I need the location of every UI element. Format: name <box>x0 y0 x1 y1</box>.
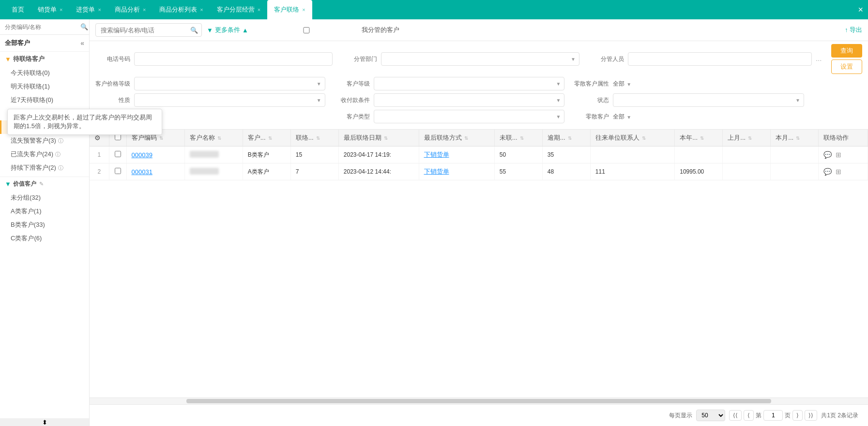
nav-close-purchase[interactable]: × <box>98 7 101 13</box>
sort-contact-icon[interactable]: ⇅ <box>316 135 320 141</box>
scrollbar-thumb[interactable] <box>186 399 771 403</box>
sort-name-icon[interactable]: ⇅ <box>217 135 221 141</box>
next-page-btn[interactable]: ⟩ <box>792 410 803 421</box>
settings-button[interactable]: 设置 <box>831 59 862 74</box>
sort-year-icon[interactable]: ⇅ <box>700 135 704 141</box>
my-customers-filter[interactable]: 我分管的客户 <box>253 26 399 34</box>
row-last-method-2[interactable]: 下销货单 <box>419 163 494 180</box>
last-method-link-2[interactable]: 下销货单 <box>424 168 449 175</box>
horizontal-scrollbar[interactable] <box>90 397 868 404</box>
th-this-year[interactable]: 本年... ⇅ <box>675 130 723 147</box>
th-name[interactable]: 客户名称 ⇅ <box>184 130 243 147</box>
search-icon[interactable]: 🔍 <box>190 27 198 34</box>
sort-overdue-icon[interactable]: ⇅ <box>568 135 572 141</box>
nav-close-customer-contact[interactable]: × <box>302 7 305 13</box>
sort-last-method-icon[interactable]: ⇅ <box>464 135 468 141</box>
prev-page-btn[interactable]: ⟨ <box>744 410 754 421</box>
th-this-month[interactable]: 本月... ⇅ <box>771 130 819 147</box>
row-code-2[interactable]: 000031 <box>126 163 184 180</box>
sidebar-search-icon[interactable]: 🔍 <box>80 23 88 30</box>
th-customer-type[interactable]: 客户... ⇅ <box>243 130 290 147</box>
customer-search-input[interactable] <box>95 23 202 37</box>
phone-input[interactable] <box>134 52 333 66</box>
sort-this-month-icon[interactable]: ⇅ <box>796 135 800 141</box>
per-page-select[interactable]: 50 100 200 <box>696 410 725 421</box>
person-input[interactable] <box>628 52 812 66</box>
row-checkbox-2[interactable] <box>109 163 126 180</box>
nav-close-customer-tiered[interactable]: × <box>258 7 260 13</box>
my-customers-checkbox[interactable] <box>253 27 360 33</box>
row-select-checkbox-1[interactable] <box>115 151 121 157</box>
row-last-method-1[interactable]: 下销货单 <box>419 147 494 163</box>
person-more-icon[interactable]: … <box>816 55 822 62</box>
current-page-input[interactable] <box>763 410 783 421</box>
sidebar-item-class-b[interactable]: B类客户(33) <box>0 218 89 232</box>
th-last-contact-date[interactable]: 最后联络日期 ⇅ <box>338 130 419 147</box>
nav-customer-contact[interactable]: 客户联络 × <box>267 0 312 19</box>
sidebar-item-churn-warning[interactable]: 流失预警客户(3) ⓘ <box>0 134 89 147</box>
sidebar-search-bar[interactable]: 🔍 <box>0 19 89 35</box>
edit-icon[interactable]: ✎ <box>39 181 44 187</box>
row-code-1[interactable]: 000039 <box>126 147 184 163</box>
contact-icon-1[interactable]: 💬 <box>823 151 832 159</box>
nav-purchase[interactable]: 进货单 × <box>69 0 107 19</box>
last-method-link-1[interactable]: 下销货单 <box>424 151 449 158</box>
th-last-contact-method[interactable]: 最后联络方式 ⇅ <box>419 130 494 147</box>
sort-uncontacted-icon[interactable]: ⇅ <box>520 135 524 141</box>
th-overdue[interactable]: 逾期... ⇅ <box>542 130 590 147</box>
query-button[interactable]: 查询 <box>831 44 862 58</box>
row-last-month-2 <box>723 163 771 180</box>
sidebar-value-customers-header[interactable]: ▼ 价值客户 ✎ <box>0 176 89 191</box>
nav-product-analysis[interactable]: 商品分析 × <box>108 0 152 19</box>
nav-close-product-analysis-list[interactable]: × <box>200 7 203 13</box>
dept-input[interactable] <box>381 52 579 66</box>
sidebar-item-class-c[interactable]: C类客户(6) <box>0 232 89 245</box>
info-icon-churn: ⓘ <box>58 137 63 145</box>
nav-sales[interactable]: 销货单 × <box>31 0 69 19</box>
gear-icon[interactable]: ⚙ <box>94 134 101 142</box>
sidebar-item-ungrouped[interactable]: 未分组(32) <box>0 191 89 205</box>
customer-type-input[interactable] <box>374 110 565 123</box>
sort-last-date-icon[interactable]: ⇅ <box>384 135 388 141</box>
sidebar-resize-handle[interactable]: ⬍ <box>0 418 89 426</box>
export-btn[interactable]: ↑ 导出 <box>845 26 862 34</box>
last-page-btn[interactable]: ⟩⟩ <box>805 410 817 421</box>
nav-home[interactable]: 首页 <box>5 0 31 19</box>
status-input[interactable] <box>613 93 804 107</box>
contact-icon-2[interactable]: 💬 <box>823 168 832 176</box>
sidebar-item-class-a[interactable]: A类客户(1) <box>0 205 89 218</box>
th-contact-count[interactable]: 联络... ⇅ <box>290 130 338 147</box>
gender-input[interactable] <box>134 93 325 107</box>
nav-customer-tiered[interactable]: 客户分层经营 × <box>210 0 267 19</box>
th-related-person[interactable]: 往来单位联系人 ⇅ <box>590 130 674 147</box>
sidebar-item-churned[interactable]: 已流失客户(24) ⓘ <box>0 147 89 161</box>
row-select-checkbox-2[interactable] <box>115 168 121 174</box>
th-uncontacted[interactable]: 未联... ⇅ <box>494 130 542 147</box>
sidebar-item-today[interactable]: 今天待联络(0) <box>0 66 89 80</box>
sidebar-item-7days[interactable]: 近7天待联络(0) <box>0 93 89 107</box>
sort-related-icon[interactable]: ⇅ <box>642 135 646 141</box>
customer-level-input[interactable] <box>374 77 565 90</box>
row-checkbox-1[interactable] <box>109 147 126 163</box>
sort-code-icon[interactable]: ⇅ <box>159 135 163 141</box>
sidebar-group-pending-contact[interactable]: ▼ 待联络客户 <box>0 52 89 66</box>
sidebar-item-declining[interactable]: 持续下滑客户(2) ⓘ <box>0 161 89 175</box>
th-last-month[interactable]: 上月... ⇅ <box>723 130 771 147</box>
sidebar-search-input[interactable] <box>5 24 77 30</box>
customer-code-link-1[interactable]: 000039 <box>132 151 152 159</box>
customer-code-link-2[interactable]: 000031 <box>132 168 152 176</box>
nav-close-sales[interactable]: × <box>60 7 62 13</box>
sidebar-item-tomorrow[interactable]: 明天待联络(1) <box>0 80 89 93</box>
sort-last-month-icon[interactable]: ⇅ <box>748 135 752 141</box>
more-action-icon-2[interactable]: ⊞ <box>836 168 841 176</box>
sidebar-collapse-btn[interactable]: « <box>80 39 84 47</box>
payment-input[interactable] <box>374 93 565 107</box>
nav-close-product-analysis[interactable]: × <box>143 7 146 13</box>
nav-product-analysis-list[interactable]: 商品分析列表 × <box>152 0 210 19</box>
more-conditions-btn[interactable]: ▼ 更多条件 ▲ <box>207 26 248 34</box>
first-page-btn[interactable]: ⟨⟨ <box>729 410 742 421</box>
price-level-input[interactable] <box>134 77 325 90</box>
close-all-tabs[interactable]: × <box>858 5 863 15</box>
more-action-icon-1[interactable]: ⊞ <box>836 151 841 159</box>
sort-type-icon[interactable]: ⇅ <box>268 135 272 141</box>
